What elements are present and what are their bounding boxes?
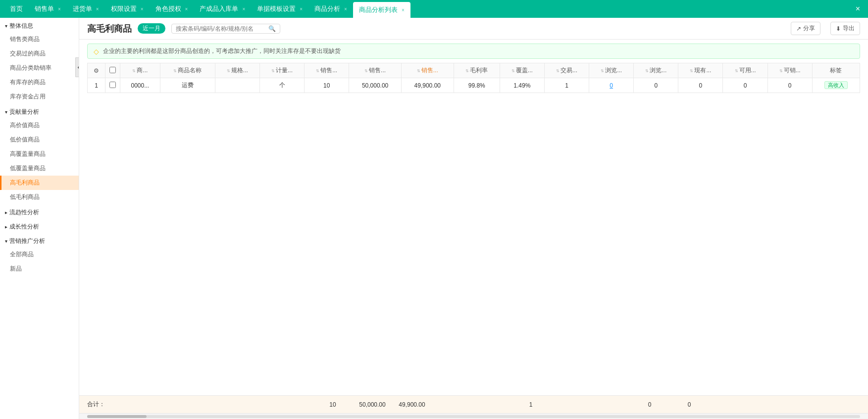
sidebar-item-low-value[interactable]: 低价值商品 [0, 133, 79, 147]
col-sales-cost[interactable]: ⇅销售... [401, 63, 454, 78]
export-button[interactable]: ⬇ 导出 [830, 22, 860, 35]
col-checkbox[interactable] [105, 63, 120, 78]
footer-empty-browse2 [590, 401, 630, 408]
footer-empty-browse1 [551, 401, 590, 408]
col-available[interactable]: ⇅可用... [723, 63, 767, 78]
footer-cell-empty4 [234, 401, 273, 408]
sidebar-item-all-goods[interactable]: 全部商品 [0, 247, 79, 262]
cell-coverage: 1.49% [500, 78, 544, 93]
cell-code: 0000... [120, 78, 160, 93]
content-area: 高毛利商品 近一月 🔍 ↗ 分享 ⬇ 导出 ◇ 企业的主要的利润都是这部分商品创… [79, 18, 868, 419]
sidebar-collapse-button[interactable]: « [75, 57, 79, 77]
nav-sales-close[interactable]: × [58, 6, 61, 12]
main-layout: « ▾ 整体信息 销售类商品 交易过的商品 商品分类助销率 有库存的商品 库存资… [0, 18, 868, 419]
nav-permissions[interactable]: 权限设置 × [105, 0, 150, 18]
sidebar-item-traded-goods[interactable]: 交易过的商品 [0, 47, 79, 61]
nav-template[interactable]: 单据模板设置 × [251, 0, 308, 18]
footer-cell-empty5 [273, 401, 313, 408]
nav-analysis-close[interactable]: × [344, 6, 347, 12]
search-input[interactable] [176, 25, 265, 32]
footer-values: 10 50,000.00 49,900.00 1 0 0 [115, 401, 860, 408]
footer-totals: 合计： 10 50,000.00 49,900.00 1 0 0 [79, 395, 868, 413]
sidebar-group-overall[interactable]: ▾ 整体信息 [0, 18, 79, 32]
col-browse1[interactable]: ⇅浏览... [589, 63, 634, 78]
scrollbar-track [87, 415, 860, 418]
sidebar-item-low-coverage[interactable]: 低覆盖量商品 [0, 161, 79, 176]
col-spec[interactable]: ⇅规格... [215, 63, 259, 78]
filter-recent-month-button[interactable]: 近一月 [138, 23, 165, 34]
share-icon: ↗ [796, 25, 801, 32]
footer-cell-empty2 [154, 401, 194, 408]
arrow-down-icon2: ▾ [5, 109, 7, 115]
sidebar-item-category-rate[interactable]: 商品分类助销率 [0, 61, 79, 75]
cell-checkbox[interactable] [105, 78, 120, 93]
footer-sales-cost: 49,900.00 [392, 401, 432, 408]
sidebar-item-in-stock[interactable]: 有库存的商品 [0, 75, 79, 90]
sidebar-group-contribution[interactable]: ▾ 贡献量分析 [0, 104, 79, 118]
nav-inbound-close[interactable]: × [242, 6, 245, 12]
arrow-right-icon2: ▸ [5, 224, 7, 230]
footer-empty-saleable [709, 401, 749, 408]
sidebar-group-growth[interactable]: ▸ 成长性分析 [0, 219, 79, 233]
col-coverage[interactable]: ⇅覆盖... [500, 63, 544, 78]
sidebar-item-low-margin[interactable]: 低毛利商品 [0, 190, 79, 204]
search-icon[interactable]: 🔍 [268, 25, 276, 32]
cell-browse2: 0 [634, 78, 678, 93]
footer-transaction: 1 [511, 401, 551, 408]
sidebar-item-sales-goods[interactable]: 销售类商品 [0, 32, 79, 47]
nav-purchase[interactable]: 进货单 × [67, 0, 105, 18]
table-container: ⚙ ⇅商... ⇅商品名称 ⇅规格... ⇅计量... ⇅销售... ⇅销售..… [87, 63, 860, 395]
sidebar-item-high-coverage[interactable]: 高覆盖量商品 [0, 147, 79, 161]
horizontal-scrollbar[interactable] [79, 413, 868, 419]
col-settings[interactable]: ⚙ [88, 63, 105, 78]
nav-permissions-close[interactable]: × [141, 6, 144, 12]
top-nav: 首页 销售单 × 进货单 × 权限设置 × 角色授权 × 产成品入库单 × 单据… [0, 0, 868, 18]
nav-inbound[interactable]: 产成品入库单 × [194, 0, 251, 18]
page-title: 高毛利商品 [87, 23, 132, 35]
sidebar-group-trend[interactable]: ▸ 流趋性分析 [0, 204, 79, 219]
sidebar-group-marketing[interactable]: ▾ 营销推广分析 [0, 233, 79, 247]
col-name[interactable]: ⇅商品名称 [160, 63, 215, 78]
scrollbar-thumb[interactable] [87, 415, 147, 418]
sidebar-item-high-value[interactable]: 高价值商品 [0, 118, 79, 133]
sidebar-item-stock-funds[interactable]: 库存资金占用 [0, 90, 79, 104]
share-button[interactable]: ↗ 分享 [791, 22, 820, 35]
sidebar-item-new-goods[interactable]: 新品 [0, 262, 79, 276]
col-gross-rate[interactable]: ⇅毛利率 [454, 63, 500, 78]
cell-tag: 高收入 [812, 78, 860, 93]
nav-roles-close[interactable]: × [185, 6, 188, 12]
sidebar: « ▾ 整体信息 销售类商品 交易过的商品 商品分类助销率 有库存的商品 库存资… [0, 18, 79, 419]
col-saleable[interactable]: ⇅可销... [767, 63, 812, 78]
col-unit[interactable]: ⇅计量... [259, 63, 304, 78]
nav-home[interactable]: 首页 [4, 0, 29, 18]
col-browse2[interactable]: ⇅浏览... [634, 63, 678, 78]
nav-purchase-close[interactable]: × [96, 6, 99, 12]
col-current-stock[interactable]: ⇅现有... [678, 63, 723, 78]
footer-label: 合计： [87, 400, 105, 409]
tag-badge: 高收入 [824, 81, 848, 89]
cell-browse1[interactable]: 0 [589, 78, 634, 93]
nav-roles[interactable]: 角色授权 × [150, 0, 194, 18]
col-sales-amount[interactable]: ⇅销售... [349, 63, 402, 78]
nav-analysis-list[interactable]: 商品分析列表 × [353, 2, 410, 18]
nav-template-close[interactable]: × [300, 6, 303, 12]
select-all-checkbox[interactable] [109, 67, 116, 73]
nav-analysis-list-close[interactable]: × [402, 7, 405, 13]
col-sales-qty[interactable]: ⇅销售... [305, 63, 349, 78]
cell-name: 运费 [160, 78, 215, 93]
footer-sales-qty: 10 [313, 401, 353, 408]
col-tag[interactable]: 标签 [812, 63, 860, 78]
row-checkbox[interactable] [109, 82, 116, 88]
cell-available: 0 [723, 78, 767, 93]
sidebar-item-high-margin[interactable]: 高毛利商品 [0, 176, 79, 190]
nav-analysis[interactable]: 商品分析 × [308, 0, 353, 18]
nav-sales[interactable]: 销售单 × [29, 0, 67, 18]
window-close-button[interactable]: × [852, 4, 864, 13]
footer-current-stock: 0 [630, 401, 669, 408]
footer-empty-gross [432, 401, 471, 408]
cell-unit: 个 [259, 78, 304, 93]
cell-current-stock: 0 [678, 78, 723, 93]
col-code[interactable]: ⇅商... [120, 63, 160, 78]
arrow-down-icon: ▾ [5, 23, 7, 29]
col-transaction[interactable]: ⇅交易... [544, 63, 589, 78]
